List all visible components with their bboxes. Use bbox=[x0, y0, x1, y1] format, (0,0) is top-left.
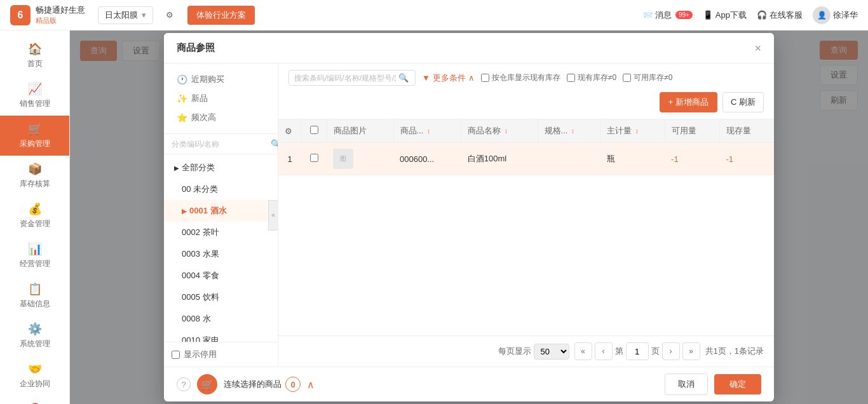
app-icon: 📱 bbox=[703, 10, 713, 20]
system-icon: ⚙️ bbox=[28, 322, 42, 336]
page-input[interactable] bbox=[626, 342, 649, 360]
check-warehouse-input[interactable] bbox=[481, 74, 489, 82]
refresh-modal-button[interactable]: C 刷新 bbox=[722, 92, 764, 112]
first-page-button[interactable]: « bbox=[574, 342, 592, 360]
continuous-select-label: 连续选择的商品 bbox=[224, 379, 281, 390]
prev-page-button[interactable]: ‹ bbox=[595, 342, 613, 360]
settings-icon[interactable]: ⚙ bbox=[159, 5, 180, 25]
th-name[interactable]: 商品名称 ↕ bbox=[461, 119, 538, 143]
sidebar-item-purchase[interactable]: 🛒 采购管理 bbox=[0, 116, 69, 156]
purchase-icon: 🛒 bbox=[28, 122, 42, 136]
quick-tab-freq[interactable]: ⭐ 频次高 bbox=[172, 108, 270, 127]
check-warehouse-label[interactable]: 按仓库显示现有库存 bbox=[481, 72, 560, 83]
add-product-button[interactable]: + 新增商品 bbox=[660, 92, 717, 112]
th-spec[interactable]: 规格... ↕ bbox=[538, 119, 600, 143]
clock-icon: 🕐 bbox=[177, 74, 187, 84]
product-modal: 商品参照 × 🕐 近期购买 ✨ bbox=[164, 33, 774, 401]
app-download-nav[interactable]: 📱 App下载 bbox=[703, 10, 747, 21]
sidebar-item-ops[interactable]: 📊 经营管理 bbox=[0, 236, 69, 276]
row-checkbox[interactable] bbox=[310, 154, 318, 162]
cancel-button[interactable]: 取消 bbox=[665, 374, 708, 395]
row-stock-cell: -1 bbox=[719, 143, 774, 175]
sidebar-label-ops: 经营管理 bbox=[20, 259, 50, 269]
next-page-button[interactable]: › bbox=[662, 342, 680, 360]
table-row[interactable]: 1 图 000 bbox=[278, 143, 774, 175]
last-page-button[interactable]: » bbox=[682, 342, 700, 360]
cat-item-0004[interactable]: 0004 零食 bbox=[164, 265, 278, 286]
row-available-cell: -1 bbox=[665, 143, 719, 175]
cat-label-0010: 0010 家电 bbox=[182, 335, 219, 342]
show-stopped-label[interactable]: 显示停用 bbox=[184, 349, 217, 360]
home-icon: 🏠 bbox=[28, 42, 42, 56]
sidebar-item-collab[interactable]: 🤝 企业协同 bbox=[0, 356, 69, 396]
product-search-input[interactable] bbox=[294, 74, 396, 83]
chevron-up-icon: ∧ bbox=[468, 73, 475, 83]
finance-icon: 💰 bbox=[28, 202, 42, 216]
sidebar-item-finance[interactable]: 💰 资金管理 bbox=[0, 196, 69, 236]
check-stock-nonzero-label[interactable]: 现有库存≠0 bbox=[567, 72, 616, 83]
quick-tab-freq-label: 频次高 bbox=[191, 112, 216, 123]
messages-nav[interactable]: 📨 消息 99+ bbox=[642, 10, 693, 21]
check-usable-nonzero-label[interactable]: 可用库存≠0 bbox=[623, 72, 672, 83]
cat-item-0005[interactable]: 0005 饮料 bbox=[164, 286, 278, 308]
per-page-select: 每页显示 50 100 200 bbox=[498, 344, 569, 360]
cat-item-all[interactable]: ▶ 全部分类 bbox=[164, 157, 278, 178]
gear-table-icon: ⚙ bbox=[285, 126, 292, 136]
help-icon[interactable]: ? bbox=[177, 377, 191, 391]
store-selector[interactable]: 日太阳膜 ▾ bbox=[98, 6, 153, 24]
th-unit[interactable]: 主计量 ↕ bbox=[600, 119, 665, 143]
th-checkbox bbox=[301, 119, 327, 143]
online-service-nav[interactable]: 🎧 在线客服 bbox=[757, 10, 803, 21]
modal-close-button[interactable]: × bbox=[754, 43, 761, 54]
cat-item-0001[interactable]: ▶ 0001 酒水 bbox=[164, 200, 278, 222]
per-page-dropdown[interactable]: 50 100 200 bbox=[534, 344, 569, 360]
store-name: 日太阳膜 bbox=[105, 10, 138, 21]
collapse-footer-icon[interactable]: ∧ bbox=[307, 379, 315, 391]
row-name-cell: 白酒100ml bbox=[461, 143, 538, 175]
search-icon[interactable]: 🔍 bbox=[398, 73, 409, 83]
th-image: 商品图片 bbox=[327, 119, 393, 143]
sidebar-item-system[interactable]: ⚙️ 系统管理 bbox=[0, 316, 69, 356]
trial-button[interactable]: 体验行业方案 bbox=[187, 6, 255, 25]
user-nav[interactable]: 👤 徐泽华 bbox=[813, 6, 858, 24]
sidebar-item-sales[interactable]: 📈 销售管理 bbox=[0, 76, 69, 116]
cat-item-0008[interactable]: 0008 水 bbox=[164, 308, 278, 330]
sidebar-item-stock[interactable]: 📦 库存核算 bbox=[0, 156, 69, 196]
row-code-cell: 000600... bbox=[393, 143, 461, 175]
product-thumbnail: 图 bbox=[333, 149, 353, 169]
double-left-icon: « bbox=[271, 212, 275, 219]
cat-item-0010[interactable]: 0010 家电 bbox=[164, 330, 278, 342]
cat-item-0002[interactable]: 0002 茶叶 bbox=[164, 222, 278, 243]
cat-label-all: 全部分类 bbox=[182, 162, 215, 173]
username-label: 徐泽华 bbox=[833, 10, 858, 21]
cat-label-0003: 0003 水果 bbox=[182, 248, 219, 260]
modal-header: 商品参照 × bbox=[164, 33, 774, 64]
show-stopped-checkbox[interactable] bbox=[172, 351, 180, 359]
cat-item-00[interactable]: 00 未分类 bbox=[164, 178, 278, 200]
category-search-icon[interactable]: 🔍 bbox=[271, 139, 278, 149]
cart-icon[interactable]: 🛒 bbox=[197, 374, 217, 394]
collapse-panel-button[interactable]: « bbox=[268, 200, 278, 231]
message-badge: 99+ bbox=[675, 11, 693, 19]
th-stock: 现存量 bbox=[719, 119, 774, 143]
quick-tab-recent[interactable]: 🕐 近期购买 bbox=[172, 70, 270, 89]
category-search-input[interactable] bbox=[172, 140, 267, 149]
star-icon: ⭐ bbox=[177, 112, 187, 123]
sort-spec-icon: ↕ bbox=[571, 128, 574, 135]
cat-label-00: 00 未分类 bbox=[182, 184, 218, 195]
sidebar-item-guide[interactable]: 🎯 新手引导 bbox=[0, 396, 69, 404]
select-count-badge: 0 bbox=[285, 377, 301, 392]
logo-line1: 畅捷通好生意 bbox=[36, 5, 85, 16]
sidebar-label-collab: 企业协同 bbox=[20, 379, 50, 389]
check-stock-nonzero-input[interactable] bbox=[567, 74, 575, 82]
quick-tab-new[interactable]: ✨ 新品 bbox=[172, 89, 270, 108]
check-usable-nonzero-input[interactable] bbox=[623, 74, 631, 82]
sidebar-item-home[interactable]: 🏠 首页 bbox=[0, 36, 69, 76]
th-code[interactable]: 商品... ↕ bbox=[393, 119, 461, 143]
confirm-button[interactable]: 确定 bbox=[714, 374, 761, 394]
cat-arrow-all: ▶ bbox=[174, 165, 179, 172]
select-all-checkbox[interactable] bbox=[310, 126, 318, 134]
more-filters-button[interactable]: ▼ 更多条件 ∧ bbox=[422, 72, 475, 84]
cat-item-0003[interactable]: 0003 水果 bbox=[164, 243, 278, 265]
sidebar-item-base[interactable]: 📋 基础信息 bbox=[0, 276, 69, 316]
